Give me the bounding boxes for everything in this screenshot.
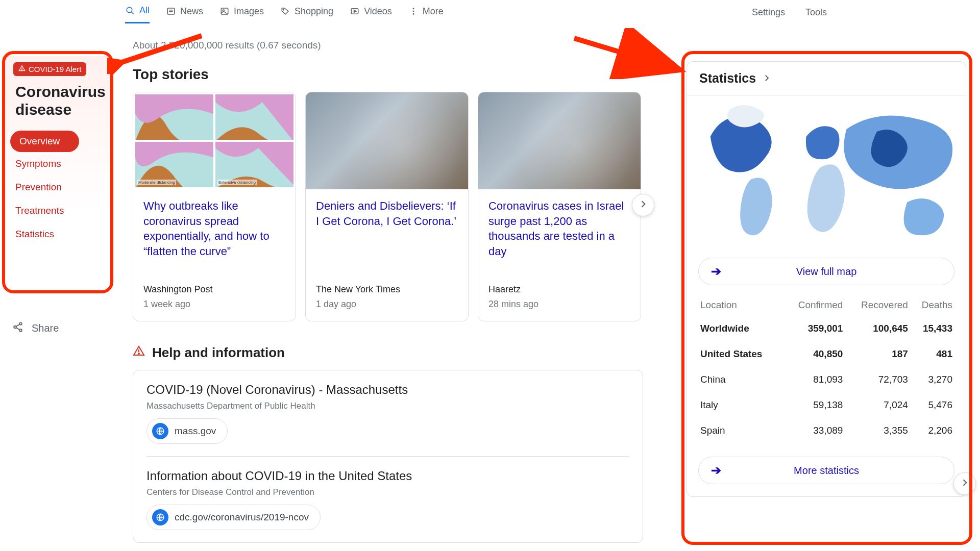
story-source: Washington Post (143, 284, 285, 295)
alert-icon (133, 345, 145, 361)
tab-label: All (139, 5, 150, 16)
table-row[interactable]: Worldwide359,001100,64515,433 (698, 316, 954, 341)
help-item-subtitle: Centers for Disease Control and Preventi… (146, 487, 629, 497)
help-item-title: Information about COVID-19 in the United… (146, 469, 629, 483)
svg-point-14 (21, 69, 22, 70)
help-item[interactable]: Information about COVID-19 in the United… (146, 456, 629, 542)
svg-point-21 (138, 353, 139, 354)
tab-label: Shopping (295, 6, 333, 17)
arrow-right-icon: ➔ (711, 463, 721, 478)
table-row[interactable]: Spain33,0893,3552,206 (698, 418, 954, 443)
tab-label: Videos (364, 6, 392, 17)
cell-confirmed: 59,138 (782, 392, 845, 418)
view-full-map-button[interactable]: ➔ View full map (698, 258, 954, 285)
more-statistics-label: More statistics (794, 465, 859, 477)
svg-point-7 (283, 9, 284, 10)
svg-marker-9 (354, 10, 357, 13)
help-item-source-chip[interactable]: mass.gov (146, 418, 228, 444)
share-label: Share (32, 322, 59, 334)
covid-nav-overview[interactable]: Overview (10, 131, 79, 152)
story-source: The New York Times (316, 284, 458, 295)
settings-link[interactable]: Settings (752, 7, 785, 18)
statistics-next-button[interactable] (953, 472, 976, 495)
help-item-title: COVID-19 (Novel Coronavirus) - Massachus… (146, 383, 629, 397)
help-item-source: mass.gov (175, 425, 216, 437)
covid-nav-statistics[interactable]: Statistics (4, 222, 111, 246)
svg-line-1 (131, 12, 134, 14)
cell-location: Italy (698, 392, 782, 418)
cell-deaths: 3,270 (910, 367, 954, 392)
story-thumbnail (478, 92, 641, 189)
statistics-heading[interactable]: Statistics (687, 62, 966, 95)
tab-news[interactable]: News (166, 6, 203, 23)
tab-label: More (423, 6, 444, 17)
svg-point-11 (412, 11, 414, 12)
videos-icon (350, 6, 360, 16)
cell-confirmed: 359,001 (782, 316, 845, 341)
svg-line-18 (16, 324, 19, 327)
search-icon (125, 6, 135, 16)
view-full-map-label: View full map (796, 266, 857, 278)
chevron-right-icon (638, 199, 648, 211)
tab-all[interactable]: All (125, 5, 150, 23)
result-stats: About 2,520,000,000 results (0.67 second… (133, 40, 321, 51)
help-item[interactable]: COVID-19 (Novel Coronavirus) - Massachus… (146, 370, 629, 456)
thumb-label-right: Extensive distancing (217, 180, 257, 185)
help-item-source-chip[interactable]: cdc.gov/coronavirus/2019-ncov (146, 505, 321, 530)
search-tabs: All News Images Shopping Videos More (125, 4, 960, 24)
cell-confirmed: 81,093 (782, 367, 845, 392)
chevron-right-icon (960, 478, 970, 490)
tab-more[interactable]: More (408, 6, 444, 23)
col-location: Location (698, 294, 782, 316)
covid-nav-prevention[interactable]: Prevention (4, 176, 111, 199)
covid-alert-badge: COVID-19 Alert (13, 62, 86, 76)
svg-line-19 (16, 328, 19, 330)
covid-alert-text: COVID-19 Alert (29, 65, 81, 73)
covid-nav-treatments[interactable]: Treatments (4, 199, 111, 222)
tab-videos[interactable]: Videos (350, 6, 392, 23)
cell-confirmed: 40,850 (782, 341, 845, 367)
share-button[interactable]: Share (12, 321, 59, 335)
svg-line-25 (574, 38, 676, 69)
share-icon (12, 321, 23, 335)
thumb-label-left: Moderate distancing (137, 180, 176, 185)
story-card[interactable]: Deniers and Disbelievers: ‘If I Get Coro… (305, 92, 469, 321)
help-item-subtitle: Massachusetts Department of Public Healt… (146, 401, 629, 411)
cell-recovered: 7,024 (845, 392, 910, 418)
help-item-source: cdc.gov/coronavirus/2019-ncov (175, 512, 309, 523)
help-heading: Help and information (133, 345, 643, 361)
story-card[interactable]: Coronavirus cases in Israel surge past 1… (478, 92, 641, 321)
world-map[interactable] (687, 95, 966, 248)
globe-icon (152, 509, 168, 525)
statistics-heading-text: Statistics (699, 71, 756, 86)
globe-icon (152, 423, 168, 439)
more-statistics-button[interactable]: ➔ More statistics (698, 457, 954, 484)
table-row[interactable]: China81,09372,7033,270 (698, 367, 954, 392)
cell-confirmed: 33,089 (782, 418, 845, 443)
cell-location: China (698, 367, 782, 392)
news-icon (166, 6, 176, 16)
top-tools: Settings Tools (752, 7, 827, 18)
col-confirmed: Confirmed (782, 294, 845, 316)
more-icon (408, 6, 419, 16)
help-box: COVID-19 (Novel Coronavirus) - Massachus… (133, 370, 643, 543)
stories-next-button[interactable] (632, 194, 654, 216)
tab-images[interactable]: Images (219, 6, 264, 23)
shopping-icon (280, 6, 290, 16)
covid-sidebar-title: Coronavirus disease (15, 83, 111, 118)
tab-shopping[interactable]: Shopping (280, 6, 333, 23)
cell-recovered: 187 (845, 341, 910, 367)
table-row[interactable]: United States40,850187481 (698, 341, 954, 367)
story-age: 1 day ago (316, 299, 458, 310)
top-stories-heading: Top stories (133, 66, 643, 83)
table-row[interactable]: Italy59,1387,0245,476 (698, 392, 954, 418)
top-stories-cards: Moderate distancing Extensive distancing… (133, 92, 643, 321)
story-headline: Deniers and Disbelievers: ‘If I Get Coro… (316, 198, 458, 275)
tools-link[interactable]: Tools (805, 7, 827, 18)
story-headline: Coronavirus cases in Israel surge past 1… (488, 198, 630, 275)
images-icon (219, 6, 230, 16)
col-recovered: Recovered (845, 294, 910, 316)
statistics-table: Location Confirmed Recovered Deaths Worl… (687, 285, 966, 443)
story-card[interactable]: Moderate distancing Extensive distancing… (133, 92, 296, 321)
covid-nav-symptoms[interactable]: Symptoms (4, 152, 111, 176)
